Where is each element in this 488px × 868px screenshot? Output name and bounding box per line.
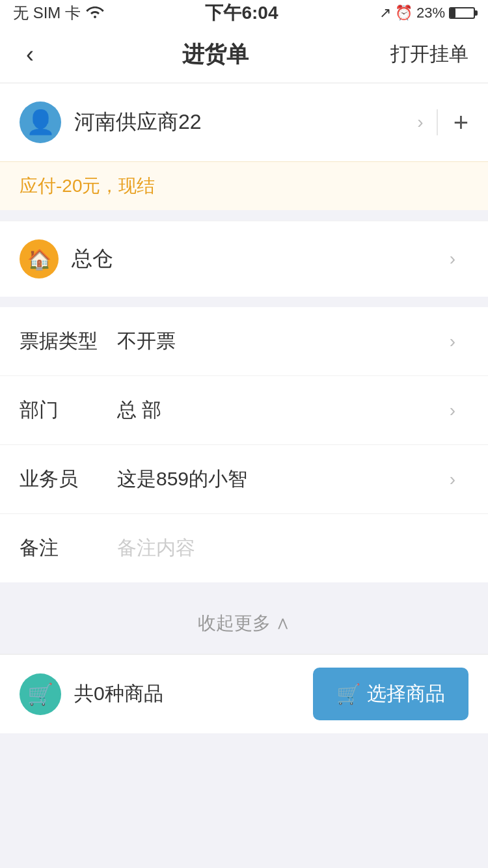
collapse-section[interactable]: 收起更多 ∧ — [0, 593, 488, 654]
supplier-name: 河南供应商22 — [74, 108, 417, 137]
product-icon: 🛒 — [20, 673, 61, 715]
remark-row[interactable]: 备注 备注内容 — [0, 514, 488, 582]
add-button[interactable]: + — [454, 108, 468, 137]
product-count: 共0种商品 — [74, 681, 313, 707]
select-icon: 🛒 — [336, 683, 360, 705]
back-button[interactable]: ‹ — [20, 34, 40, 75]
supplier-card: 👤 河南供应商22 › + 应付-20元，现结 — [0, 83, 488, 210]
battery-icon — [449, 7, 475, 19]
invoice-value: 不开票 — [117, 328, 450, 355]
select-product-button[interactable]: 🛒 选择商品 — [313, 668, 468, 720]
salesperson-value: 这是859的小智 — [117, 466, 450, 493]
remark-input[interactable]: 备注内容 — [117, 535, 468, 562]
avatar: 👤 — [20, 102, 61, 143]
open-pending-button[interactable]: 打开挂单 — [390, 41, 468, 68]
select-btn-label: 选择商品 — [367, 681, 445, 707]
chevron-right-icon: › — [450, 400, 455, 421]
warehouse-row[interactable]: 🏠 总仓 › — [0, 221, 488, 297]
warehouse-icon-symbol: 🏠 — [27, 248, 51, 271]
supplier-row[interactable]: 👤 河南供应商22 › + — [0, 83, 488, 161]
bottom-bar: 🛒 共0种商品 🛒 选择商品 — [0, 654, 488, 733]
department-row[interactable]: 部门 总 部 › — [0, 376, 488, 445]
department-value: 总 部 — [117, 397, 450, 424]
status-time: 下午6:04 — [205, 1, 278, 25]
status-bar: 无 SIM 卡 下午6:04 ↗ ⏰ 23% — [0, 0, 488, 26]
page-title: 进货单 — [182, 40, 249, 70]
chevron-right-icon: › — [417, 112, 423, 133]
wifi-icon — [86, 4, 104, 22]
battery-percent: 23% — [416, 5, 445, 21]
chevron-right-icon: › — [450, 331, 455, 352]
invoice-label: 票据类型 — [20, 328, 104, 355]
avatar-icon: 👤 — [26, 109, 55, 136]
remark-label: 备注 — [20, 535, 104, 562]
nav-bar: ‹ 进货单 打开挂单 — [0, 26, 488, 83]
department-label: 部门 — [20, 397, 104, 424]
notice-bar: 应付-20元，现结 — [0, 161, 488, 210]
warehouse-icon: 🏠 — [20, 239, 59, 278]
salesperson-label: 业务员 — [20, 466, 104, 493]
notice-text: 应付-20元，现结 — [20, 176, 155, 196]
product-icon-symbol: 🛒 — [27, 682, 53, 707]
location-icon: ↗ — [379, 5, 391, 21]
collapse-button[interactable]: 收起更多 ∧ — [198, 611, 291, 636]
chevron-right-icon: › — [450, 469, 455, 490]
chevron-right-icon: › — [450, 249, 455, 269]
alarm-icon: ⏰ — [395, 5, 413, 21]
content-area: 👤 河南供应商22 › + 应付-20元，现结 🏠 总仓 › 票据类型 不开票 … — [0, 83, 488, 733]
carrier-text: 无 SIM 卡 — [13, 3, 81, 23]
warehouse-name: 总仓 — [72, 245, 450, 273]
status-left: 无 SIM 卡 — [13, 3, 104, 23]
status-right: ↗ ⏰ 23% — [379, 5, 475, 21]
invoice-row[interactable]: 票据类型 不开票 › — [0, 307, 488, 376]
form-card: 票据类型 不开票 › 部门 总 部 › 业务员 这是859的小智 › 备注 备注… — [0, 307, 488, 582]
divider — [437, 109, 438, 135]
warehouse-card: 🏠 总仓 › — [0, 221, 488, 297]
salesperson-row[interactable]: 业务员 这是859的小智 › — [0, 445, 488, 514]
